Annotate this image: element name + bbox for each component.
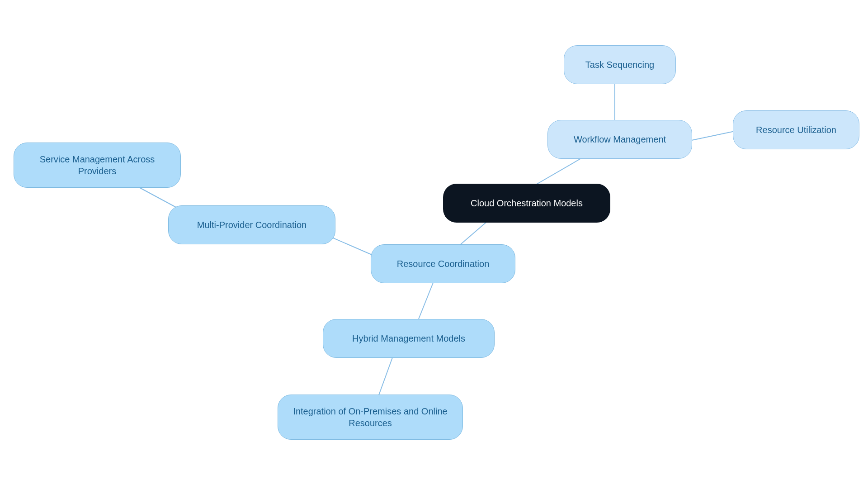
node-resource-utilization[interactable]: Resource Utilization — [733, 110, 859, 149]
node-multi-provider[interactable]: Multi-Provider Coordination — [168, 205, 335, 244]
svg-line-3 — [692, 131, 735, 140]
node-integration-label: Integration of On-Premises and Online Re… — [289, 405, 452, 429]
node-service-mgmt-label: Service Management Across Providers — [25, 153, 170, 177]
node-task-sequencing-label: Task Sequencing — [585, 59, 654, 71]
node-integration[interactable]: Integration of On-Premises and Online Re… — [278, 395, 463, 440]
node-multi-provider-label: Multi-Provider Coordination — [197, 219, 307, 231]
diagram-canvas: Cloud Orchestration Models Workflow Mana… — [0, 0, 868, 490]
node-resource-utilization-label: Resource Utilization — [756, 124, 836, 136]
node-root[interactable]: Cloud Orchestration Models — [443, 184, 610, 223]
node-resource-coordination[interactable]: Resource Coordination — [371, 244, 515, 283]
node-hybrid-mgmt-label: Hybrid Management Models — [352, 333, 465, 344]
node-hybrid-mgmt[interactable]: Hybrid Management Models — [323, 319, 495, 358]
node-resource-coordination-label: Resource Coordination — [397, 258, 490, 270]
node-service-mgmt[interactable]: Service Management Across Providers — [14, 143, 181, 188]
node-root-label: Cloud Orchestration Models — [471, 197, 583, 209]
node-workflow-management[interactable]: Workflow Management — [547, 120, 692, 159]
node-task-sequencing[interactable]: Task Sequencing — [564, 45, 676, 84]
node-workflow-management-label: Workflow Management — [574, 133, 666, 145]
